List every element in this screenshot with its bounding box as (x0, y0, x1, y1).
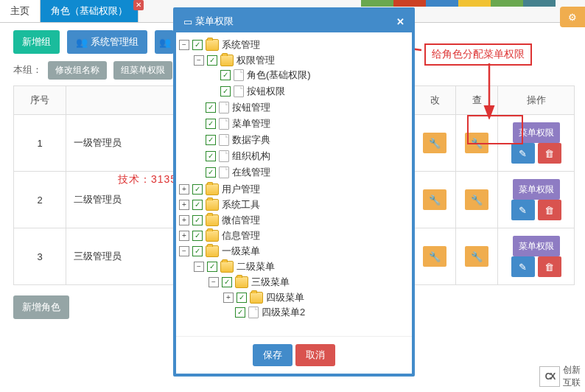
tree-node[interactable]: ✓按钮权限 (209, 84, 409, 100)
expand-icon[interactable]: + (179, 231, 189, 241)
footer-logo: CX 创新互联 (539, 364, 581, 389)
tree-label: 按钮管理 (232, 100, 270, 115)
tree-node[interactable]: −✓权限管理✓角色(基础权限)✓按钮权限 (194, 52, 409, 100)
wrench-icon[interactable]: 🔧 (465, 246, 488, 267)
folder-icon (220, 55, 234, 66)
delete-icon[interactable]: 🗑 (538, 200, 561, 220)
tree-label: 信息管理 (222, 228, 260, 243)
folder-icon (250, 292, 263, 304)
checkbox-icon[interactable]: ✓ (206, 119, 216, 129)
folder-icon (206, 230, 219, 242)
checkbox-icon[interactable]: ✓ (207, 262, 217, 272)
cell-view: 🔧 (456, 228, 498, 285)
checkbox-icon[interactable]: ✓ (192, 40, 203, 50)
delete-icon[interactable]: 🗑 (538, 256, 561, 277)
expand-icon[interactable]: + (179, 200, 189, 210)
tree-node[interactable]: +✓用户管理 (179, 181, 409, 197)
collapse-icon[interactable]: − (179, 246, 189, 256)
expand-icon[interactable]: + (179, 184, 189, 195)
wrench-icon[interactable]: 🔧 (423, 189, 446, 210)
cell-ops: 菜单权限✎🗑 (498, 228, 575, 285)
tree-label: 微信管理 (222, 213, 260, 228)
checkbox-icon[interactable]: ✓ (222, 277, 232, 287)
tree-node[interactable]: ✓在线管理 (194, 165, 409, 181)
tree-node[interactable]: ✓按钮管理 (194, 100, 409, 116)
checkbox-icon[interactable]: ✓ (192, 231, 203, 241)
group-menu-perm-button[interactable]: 组菜单权限 (113, 61, 172, 80)
edit-icon[interactable]: ✎ (511, 143, 535, 164)
collapse-icon[interactable]: − (194, 55, 204, 66)
checkbox-icon[interactable]: ✓ (206, 135, 216, 145)
checkbox-icon[interactable]: ✓ (220, 70, 231, 80)
tree-node[interactable]: +✓信息管理 (179, 228, 409, 243)
dialog-close-icon[interactable]: ✕ (396, 16, 404, 27)
checkbox-icon[interactable]: ✓ (206, 167, 216, 178)
tree-label: 数据字典 (232, 133, 270, 147)
footer-logo-mark: CX (539, 366, 560, 387)
wrench-icon[interactable]: 🔧 (465, 133, 488, 153)
checkbox-icon[interactable]: ✓ (206, 102, 216, 113)
tree-node[interactable]: +✓微信管理 (179, 212, 409, 228)
wrench-icon[interactable]: 🔧 (423, 133, 446, 153)
expand-icon[interactable]: + (223, 293, 234, 303)
checkbox-icon[interactable]: ✓ (235, 307, 245, 318)
checkbox-icon[interactable]: ✓ (192, 246, 203, 256)
tree-node[interactable]: ✓数据字典 (194, 133, 409, 149)
checkbox-icon[interactable]: ✓ (192, 215, 203, 225)
tree-node[interactable]: ✓四级菜单2 (223, 305, 409, 321)
tab-close-icon[interactable]: ✕ (133, 0, 144, 10)
wrench-icon[interactable]: 🔧 (465, 189, 488, 210)
new-group-label: 新增组 (22, 35, 51, 49)
folder-icon (235, 276, 248, 288)
tab-roles[interactable]: 角色（基础权限） ✕ (41, 0, 139, 22)
group2-button[interactable]: 👥 (155, 30, 174, 54)
delete-icon[interactable]: 🗑 (538, 143, 561, 164)
tree-node[interactable]: −✓三级菜单+✓四级菜单✓四级菜单2 (209, 274, 409, 321)
dialog-save-button[interactable]: 保存 (253, 344, 292, 366)
collapse-icon[interactable]: − (194, 262, 204, 272)
file-icon (219, 167, 229, 178)
tree-node[interactable]: −✓二级菜单−✓三级菜单+✓四级菜单✓四级菜单2 (194, 259, 409, 321)
tree-node[interactable]: +✓系统工具 (179, 197, 409, 212)
checkbox-icon[interactable]: ✓ (206, 151, 216, 161)
folder-icon (206, 183, 219, 195)
checkbox-icon[interactable]: ✓ (207, 55, 217, 66)
col-g: 改 (414, 86, 456, 115)
dialog-cancel-button[interactable]: 取消 (295, 344, 335, 366)
menu-perm-button[interactable]: 菜单权限 (513, 122, 560, 143)
tree-label: 在线管理 (232, 165, 270, 180)
edit-icon[interactable]: ✎ (511, 200, 535, 220)
toggle-placeholder (194, 152, 203, 161)
checkbox-icon[interactable]: ✓ (220, 86, 231, 97)
cell-ops: 菜单权限✎🗑 (498, 172, 575, 228)
sys-mgmt-group-button[interactable]: 👥系统管理组 (67, 30, 147, 54)
tab-home[interactable]: 主页 (0, 0, 41, 22)
collapse-icon[interactable]: − (209, 277, 219, 287)
checkbox-icon[interactable]: ✓ (237, 293, 247, 303)
dialog-body: −✓系统管理−✓权限管理✓角色(基础权限)✓按钮权限✓按钮管理✓菜单管理✓数据字… (176, 32, 412, 336)
checkbox-icon[interactable]: ✓ (192, 184, 203, 195)
collapse-icon[interactable]: − (179, 40, 189, 50)
tree-node[interactable]: ✓角色(基础权限) (209, 68, 409, 84)
folder-icon (220, 261, 234, 273)
checkbox-icon[interactable]: ✓ (192, 200, 203, 210)
menu-perm-button[interactable]: 菜单权限 (513, 179, 560, 200)
tree-label: 组织机构 (232, 149, 270, 164)
tree-node[interactable]: ✓菜单管理 (194, 116, 409, 133)
rename-group-button[interactable]: 修改组名称 (48, 61, 107, 80)
tab-home-label: 主页 (10, 4, 29, 18)
expand-icon[interactable]: + (179, 215, 189, 225)
cell-no: 2 (14, 172, 66, 228)
edit-icon[interactable]: ✎ (511, 256, 535, 277)
sys-mgmt-group-label: 系统管理组 (91, 35, 139, 49)
wrench-icon[interactable]: 🔧 (423, 246, 446, 267)
tree-node[interactable]: −✓一级菜单−✓二级菜单−✓三级菜单+✓四级菜单✓四级菜单2 (179, 243, 409, 321)
new-group-button[interactable]: 新增组 (13, 30, 60, 54)
permission-tree[interactable]: −✓系统管理−✓权限管理✓角色(基础权限)✓按钮权限✓按钮管理✓菜单管理✓数据字… (179, 37, 409, 321)
menu-permission-dialog: ▭菜单权限 ✕ −✓系统管理−✓权限管理✓角色(基础权限)✓按钮权限✓按钮管理✓… (173, 7, 415, 377)
new-role-button[interactable]: 新增角色 (13, 295, 69, 319)
menu-perm-button[interactable]: 菜单权限 (513, 236, 560, 256)
tree-node[interactable]: ✓组织机构 (194, 149, 409, 165)
tree-node[interactable]: −✓系统管理−✓权限管理✓角色(基础权限)✓按钮权限✓按钮管理✓菜单管理✓数据字… (179, 37, 409, 181)
tree-node[interactable]: +✓四级菜单 (223, 290, 409, 305)
